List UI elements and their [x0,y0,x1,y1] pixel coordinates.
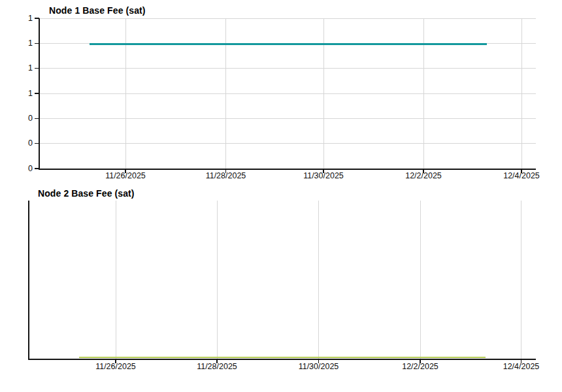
x-tick-label: 11/30/2025 [289,362,348,372]
x-tick-label: 12/4/2025 [492,362,551,372]
v-gridline [420,201,421,359]
series-line-1 [90,43,487,45]
y-tick-label: 1 [17,89,33,99]
y-tick-label: 1 [17,63,33,73]
y-tick-label: 1 [17,39,33,48]
y-tick-label: 0 [17,139,33,148]
v-gridline [116,201,116,359]
y-tick-label: 0 [17,114,33,123]
x-axis-line [28,359,536,360]
y-axis-line [39,18,40,170]
x-tick-label: 12/4/2025 [492,171,551,181]
chart2-title: Node 2 Base Fee (sat) [38,188,135,199]
v-gridline [318,201,319,359]
chart2-plot-area[interactable] [29,201,536,359]
x-tick-label: 11/30/2025 [294,171,353,181]
x-tick-label: 12/2/2025 [394,171,453,181]
x-tick-label: 11/26/2025 [86,362,145,372]
v-gridline [521,201,521,359]
h-gridline [39,18,536,19]
base-fee-dashboard: { "colors": { "gridline": "#d6d6d6", "ax… [0,0,562,392]
y-axis-line [28,201,29,360]
y-tick-label: 0 [17,164,33,174]
charts-canvas: Node 1 Base Fee (sat) Node 2 Base Fee (s… [0,0,562,392]
x-tick-label: 11/26/2025 [96,171,155,181]
x-tick-label: 11/28/2025 [197,171,256,181]
h-gridline [39,118,536,119]
h-gridline [39,93,536,94]
x-axis-line [39,169,536,170]
x-tick-label: 11/28/2025 [188,362,246,372]
chart1-title: Node 1 Base Fee (sat) [49,5,146,16]
h-gridline [39,143,536,144]
y-tick-label: 1 [17,14,33,24]
v-gridline [217,201,218,359]
h-gridline [39,68,536,69]
x-tick-label: 12/2/2025 [391,362,450,372]
